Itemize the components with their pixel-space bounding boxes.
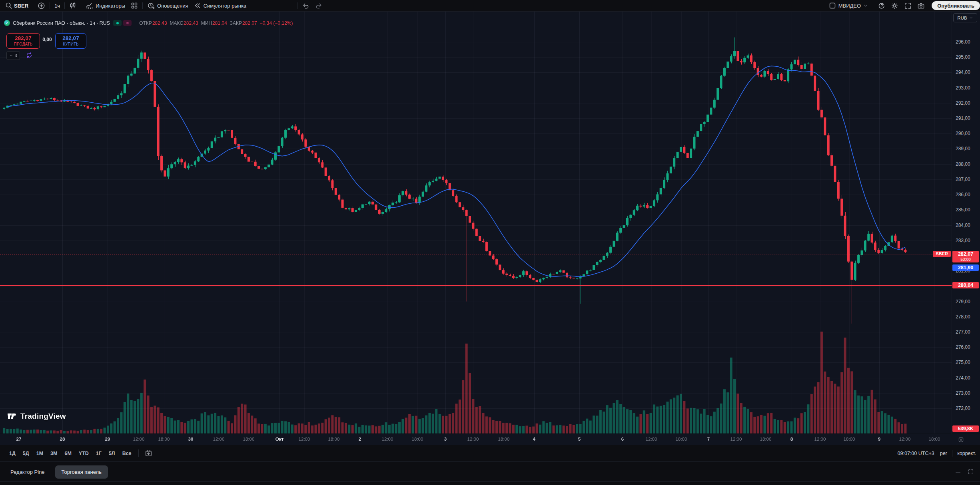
- range-1Д[interactable]: 1Д: [6, 449, 19, 458]
- price-tick: 292,00: [956, 100, 970, 106]
- bar-countdown: 53:00: [952, 257, 979, 262]
- axis-settings-icon[interactable]: [958, 436, 964, 443]
- toolbar-separator: [81, 2, 81, 9]
- replay-button[interactable]: Симулятор рынка: [191, 1, 249, 10]
- ohlc-label: МИН: [201, 20, 212, 26]
- camera-icon: [917, 2, 925, 10]
- buy-price: 282,07: [62, 36, 79, 42]
- time-tick: 12:00: [467, 437, 479, 441]
- ohlc-value: 282,07: [242, 20, 257, 26]
- time-tick: 12:00: [731, 437, 742, 441]
- time-tick: 6: [621, 437, 624, 441]
- range-1Г[interactable]: 1Г: [92, 449, 105, 458]
- candlestick-icon: [69, 2, 76, 9]
- sell-price: 282,07: [15, 36, 31, 42]
- time-tick: 30: [188, 437, 194, 441]
- ohlc-value: 282,43: [152, 20, 167, 26]
- time-tick: 12:00: [646, 437, 657, 441]
- clock-bolt-icon: [878, 2, 885, 10]
- ohlc-readout: ОТКР282,43МАКС282,43МИН281,04ЗАКР282,07: [136, 20, 257, 26]
- price-tick: 275,00: [956, 360, 970, 365]
- replay-label: Симулятор рынка: [204, 3, 246, 9]
- layout-select-button[interactable]: МВИДЕО: [826, 1, 871, 10]
- range-separator: [952, 450, 952, 457]
- adjust-label[interactable]: коррект.: [957, 451, 976, 456]
- fullscreen-icon: [904, 2, 912, 10]
- ohlc-label: ЗАКР: [230, 20, 242, 26]
- range-6М[interactable]: 6М: [61, 449, 75, 458]
- bottom-panel-bar: Редактор PineТорговая панель: [0, 461, 980, 482]
- settings-button[interactable]: [888, 1, 901, 10]
- sync-icon[interactable]: [26, 52, 33, 59]
- publish-button[interactable]: Опубликовать: [932, 1, 980, 10]
- range-5Л[interactable]: 5Л: [105, 449, 119, 458]
- screenshot-button[interactable]: [914, 1, 928, 10]
- time-tick: 27: [16, 437, 22, 441]
- ohlc-value: 282,43: [184, 20, 198, 26]
- minimize-panel-icon[interactable]: [954, 468, 962, 475]
- time-tick: 18:00: [929, 437, 940, 441]
- time-tick: 3: [444, 437, 447, 441]
- time-tick: 12:00: [133, 437, 145, 441]
- ohlc-label: ОТКР: [139, 20, 152, 26]
- sell-button[interactable]: 282,07 ПРОДАТЬ: [6, 33, 40, 49]
- price-tick: 276,00: [956, 344, 970, 350]
- market-status-icon[interactable]: [113, 20, 122, 26]
- single-layout-icon: [829, 2, 836, 9]
- buy-label: КУПИТЬ: [63, 42, 78, 46]
- session-label[interactable]: рег: [940, 451, 947, 456]
- symbol-price-tag: SBER: [933, 251, 951, 257]
- time-tick: 29: [105, 437, 110, 441]
- time-tick: 8: [790, 437, 793, 441]
- quick-search-button[interactable]: [875, 1, 888, 10]
- symbol-search-button[interactable]: SBER: [2, 1, 31, 10]
- price-tick: 290,00: [956, 131, 970, 136]
- undo-icon: [302, 2, 309, 10]
- clock-label[interactable]: 09:07:00 UTC+3: [898, 451, 934, 456]
- range-1М[interactable]: 1М: [33, 449, 47, 458]
- restore-panel-icon[interactable]: [967, 468, 974, 475]
- time-tick: 18:00: [498, 437, 510, 441]
- time-tick: 18:00: [844, 437, 855, 441]
- price-tick: 274,00: [956, 375, 970, 381]
- range-YTD[interactable]: YTD: [75, 449, 92, 458]
- alerts-label: Оповещения: [157, 3, 188, 9]
- toolbar-separator: [297, 2, 297, 9]
- calendar-icon: [145, 449, 152, 457]
- range-3М[interactable]: 3М: [47, 449, 61, 458]
- interval-label: 1ч: [54, 3, 60, 9]
- price-tick: 289,00: [956, 146, 970, 151]
- alerts-button[interactable]: Оповещения: [144, 1, 191, 10]
- alarm-clock-plus-icon: [147, 2, 155, 10]
- tab-Торговая панель[interactable]: Торговая панель: [55, 465, 108, 479]
- price-tick: 288,00: [956, 161, 970, 167]
- redo-button[interactable]: [312, 1, 325, 10]
- watermark-text: TradingView: [20, 412, 66, 421]
- chevron-down-icon: [863, 3, 868, 8]
- fullscreen-button[interactable]: [901, 1, 914, 10]
- buy-button[interactable]: 282,07 КУПИТЬ: [55, 33, 86, 49]
- search-icon: [5, 2, 12, 9]
- indicator-templates-button[interactable]: [128, 1, 141, 10]
- price-chart-canvas[interactable]: [0, 12, 952, 433]
- symbol-legend[interactable]: ✓ Сбербанк России ПАО - обыкн. · 1ч · RU…: [4, 20, 293, 26]
- approx-price-icon[interactable]: ≈: [123, 20, 132, 26]
- price-axis[interactable]: RUB 296,00295,00294,00293,00292,00291,00…: [952, 12, 980, 433]
- undo-button[interactable]: [299, 1, 312, 10]
- interval-button[interactable]: 1ч: [52, 1, 63, 10]
- price-tick: 287,00: [956, 177, 970, 182]
- tab-Редактор Pine[interactable]: Редактор Pine: [4, 465, 51, 479]
- chart-style-button[interactable]: [66, 1, 79, 10]
- range-Все[interactable]: Все: [119, 449, 135, 458]
- indicators-button[interactable]: Индикаторы: [83, 1, 128, 10]
- time-tick: 4: [533, 437, 535, 441]
- toolbar-separator: [873, 2, 873, 9]
- time-axis[interactable]: 27282912:0018:003012:0018:00Окт12:0018:0…: [0, 434, 980, 445]
- compare-add-button[interactable]: [35, 1, 48, 10]
- time-tick: 5: [578, 437, 581, 441]
- range-items: 1Д5Д1М3М6МYTD1Г5ЛВсе: [6, 449, 135, 458]
- range-5Д[interactable]: 5Д: [19, 449, 33, 458]
- currency-button[interactable]: RUB: [953, 13, 977, 22]
- object-tree-collapse-button[interactable]: 3: [6, 51, 20, 60]
- go-to-date-button[interactable]: [142, 449, 155, 458]
